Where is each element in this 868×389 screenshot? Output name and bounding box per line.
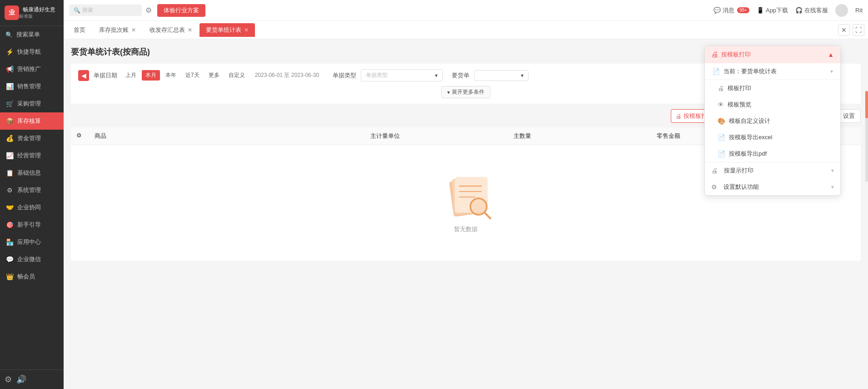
- date-opt-prev-month[interactable]: 上月: [122, 70, 140, 81]
- template-design-icon: 🎨: [718, 117, 725, 125]
- dropdown-item-template-preview[interactable]: 👁 模板预览: [705, 96, 840, 113]
- right-scrollbar[interactable]: [865, 91, 868, 182]
- dropdown-current-section: 📄 当前：要货单统计表 ▾: [705, 63, 840, 80]
- username-label: Rit: [855, 7, 863, 14]
- current-template-item[interactable]: 📄 当前：要货单统计表 ▾: [705, 63, 840, 80]
- filter-expand-button[interactable]: ◀: [78, 70, 89, 81]
- sidebar-item-marketing[interactable]: 📢 营销推广: [0, 61, 64, 78]
- tab-close-all-btn[interactable]: ✕: [838, 24, 850, 36]
- wechat-icon: 💬: [5, 255, 14, 263]
- topbar-search-icon: 🔍: [74, 7, 80, 14]
- audio-bottom-icon[interactable]: 🔊: [16, 374, 26, 384]
- user-avatar[interactable]: [835, 4, 848, 17]
- sidebar: 业 畅康通好生意 标准版 🔍 搜索菜单 ⚡ 快捷导航 📢 营销推广 📊 销售管理…: [0, 0, 64, 389]
- tabs-bar: 首页 库存批次账 ✕ 收发存汇总表 ✕ 要货单统计表 ✕ ✕ ⛶: [64, 21, 868, 39]
- svg-line-7: [484, 212, 490, 218]
- expand-more-button[interactable]: ▾ 展开更多条件: [441, 86, 490, 98]
- sidebar-item-wechat[interactable]: 💬 企业微信: [0, 251, 64, 268]
- th-product: 商品: [89, 132, 365, 140]
- topbar-gear-icon[interactable]: ⚙: [145, 6, 152, 15]
- tabs-right-controls: ✕ ⛶: [838, 24, 864, 36]
- tab-maximize-btn[interactable]: ⛶: [853, 24, 864, 36]
- appstore-icon: 🏪: [5, 238, 14, 246]
- print-icon: 🖨: [676, 113, 682, 120]
- dropdown-display-print[interactable]: 🖨 按显示打印 ▾: [705, 162, 840, 179]
- print-dropdown: 🖨 按模板打印 ▲ 📄 当前：要货单统计表 ▾: [704, 45, 841, 196]
- tab-home[interactable]: 首页: [67, 23, 92, 37]
- date-opt-more[interactable]: 更多: [205, 70, 223, 81]
- sidebar-item-member[interactable]: 👑 畅会员: [0, 268, 64, 285]
- printer-header-icon: 🖨: [711, 51, 718, 59]
- dropdown-default-func[interactable]: ⚙ 设置默认功能 ▾: [705, 179, 840, 195]
- sales-icon: 📊: [5, 82, 14, 91]
- purchase-icon: 🛒: [5, 100, 14, 108]
- dropdown-items-section: 🖨 模板打印 👁 模板预览 🎨 模板自定义设计: [705, 80, 840, 162]
- display-print-icon: 🖨: [711, 167, 718, 174]
- tab-close-order-stats[interactable]: ✕: [244, 27, 249, 33]
- date-opt-custom[interactable]: 自定义: [225, 70, 249, 81]
- dropdown-header[interactable]: 🖨 按模板打印 ▲: [705, 46, 840, 63]
- th-gear[interactable]: ⚙: [71, 132, 89, 140]
- date-opt-this-month[interactable]: 本月: [142, 70, 160, 81]
- type-filter-select[interactable]: 单据类型 ▾: [361, 69, 443, 81]
- topbar-right: 💬 消息 99+ 📱 App下载 🎧 在线客服 Rit: [713, 4, 863, 17]
- dropdown-item-export-excel[interactable]: 📄 按模板导出excel: [705, 129, 840, 146]
- sidebar-item-basic[interactable]: 📋 基础信息: [0, 164, 64, 182]
- date-options-group: 上月 本月 本年 近7天 更多 自定义: [122, 70, 249, 81]
- sidebar-item-system[interactable]: ⚙ 系统管理: [0, 182, 64, 199]
- operations-icon: 📈: [5, 152, 14, 160]
- goods-filter-chevron: ▾: [521, 72, 524, 79]
- app-download-btn[interactable]: 📱 App下载: [757, 6, 788, 15]
- sidebar-item-operations[interactable]: 📈 经营管理: [0, 147, 64, 164]
- topbar: 🔍 搜索 ⚙ 体验行业方案 💬 消息 99+ 📱 App下载 🎧 在线客服 Ri…: [64, 0, 868, 21]
- trial-button[interactable]: 体验行业方案: [157, 4, 205, 17]
- goods-filter-select[interactable]: ▾: [474, 70, 529, 81]
- tab-receivable[interactable]: 收发存汇总表 ✕: [143, 23, 199, 37]
- empty-svg: [443, 172, 498, 222]
- sidebar-item-newbie[interactable]: 🎯 新手引导: [0, 216, 64, 233]
- scrollbar-thumb[interactable]: [865, 91, 868, 118]
- type-filter-chevron: ▾: [435, 72, 438, 79]
- message-icon: 💬: [713, 7, 721, 14]
- date-opt-7days[interactable]: 近7天: [182, 70, 203, 81]
- tab-close-receivable[interactable]: ✕: [188, 27, 192, 33]
- main-area: 🔍 搜索 ⚙ 体验行业方案 💬 消息 99+ 📱 App下载 🎧 在线客服 Ri…: [64, 0, 868, 389]
- type-filter-value: 单据类型: [366, 71, 388, 79]
- sidebar-item-sales[interactable]: 📊 销售管理: [0, 78, 64, 95]
- sidebar-item-finance[interactable]: 💰 资金管理: [0, 130, 64, 147]
- th-qty: 主数量: [508, 132, 651, 140]
- shortcut-icon: ⚡: [5, 48, 14, 56]
- empty-text: 暂无数据: [454, 225, 478, 233]
- sidebar-item-inventory[interactable]: 📦 库存核算: [0, 112, 64, 130]
- app-download-icon: 📱: [757, 7, 764, 14]
- marketing-icon: 📢: [5, 65, 14, 73]
- sidebar-search[interactable]: 🔍 搜索菜单: [0, 26, 64, 43]
- inventory-icon: 📦: [5, 117, 14, 125]
- member-icon: 👑: [5, 273, 14, 281]
- template-preview-icon: 👁: [718, 101, 724, 108]
- content-area: 要货单统计表(按商品) ◀ 单据日期 上月 本月 本年 近7天 更多 自定义 2…: [64, 39, 868, 389]
- online-service-btn[interactable]: 🎧 在线客服: [795, 6, 828, 15]
- settings-bottom-icon[interactable]: ⚙: [5, 374, 12, 384]
- date-opt-this-year[interactable]: 本年: [162, 70, 180, 81]
- current-template-left: 📄 当前：要货单统计表: [712, 67, 777, 76]
- tab-order-stats[interactable]: 要货单统计表 ✕: [200, 23, 255, 37]
- template-print-icon: 🖨: [718, 85, 724, 92]
- basic-icon: 📋: [5, 169, 14, 177]
- tab-inventory-batch[interactable]: 库存批次账 ✕: [93, 23, 142, 37]
- dropdown-item-export-pdf[interactable]: 📄 按模板导出pdf: [705, 146, 840, 162]
- sidebar-item-purchase[interactable]: 🛒 采购管理: [0, 95, 64, 112]
- sidebar-nav: ⚡ 快捷导航 📢 营销推广 📊 销售管理 🛒 采购管理 📦 库存核算 💰 资金管…: [0, 43, 64, 369]
- default-func-icon: ⚙: [711, 183, 717, 191]
- sidebar-item-appstore[interactable]: 🏪 应用中心: [0, 233, 64, 251]
- newbie-icon: 🎯: [5, 221, 14, 229]
- export-pdf-icon: 📄: [718, 150, 725, 157]
- sidebar-bottom: ⚙ 🔊: [0, 369, 64, 389]
- message-btn[interactable]: 💬 消息 99+: [713, 6, 749, 15]
- dropdown-item-template-print[interactable]: 🖨 模板打印: [705, 80, 840, 96]
- topbar-search[interactable]: 🔍 搜索: [69, 5, 142, 16]
- tab-close-inventory-batch[interactable]: ✕: [131, 27, 136, 33]
- dropdown-item-template-design[interactable]: 🎨 模板自定义设计: [705, 113, 840, 129]
- sidebar-item-shortcut[interactable]: ⚡ 快捷导航: [0, 43, 64, 61]
- sidebar-item-enterprise[interactable]: 🤝 企业协同: [0, 199, 64, 216]
